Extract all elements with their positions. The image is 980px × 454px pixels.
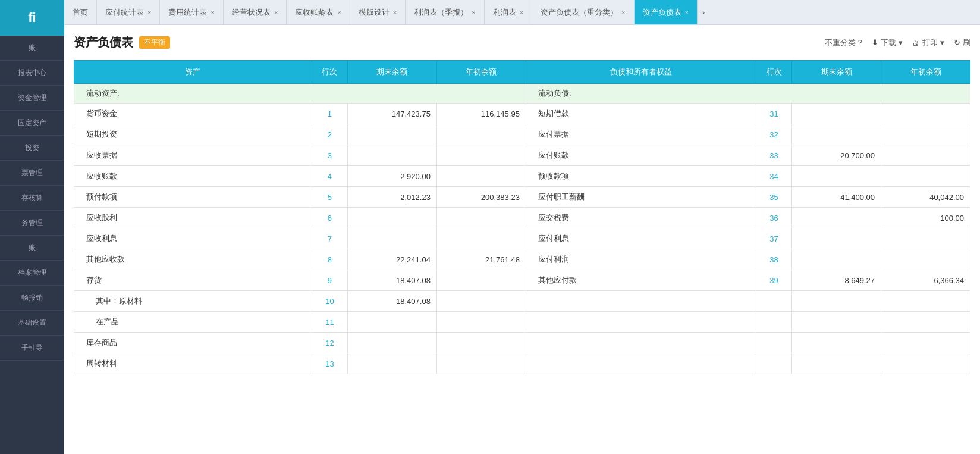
right-end-balance [792,166,881,187]
left-label: 预付款项 [74,187,312,208]
close-tab-template-design[interactable]: × [393,9,397,16]
right-end-balance [792,228,881,249]
left-row-num: 8 [312,249,347,270]
close-tab-receivable-aging[interactable]: × [337,9,341,16]
right-row-num [756,333,792,353]
right-start-balance [881,333,970,353]
left-row-num: 2 [312,124,347,145]
left-row-num: 5 [312,187,347,208]
right-label: 应付账款 [526,145,756,166]
tab-balance-reclassify[interactable]: 资产负债表（重分类） × [532,0,634,25]
sidebar-item-stock[interactable]: 存核算 [0,186,64,211]
left-label: 应收股利 [74,208,312,228]
right-start-balance [881,145,970,166]
sidebar-item-archive[interactable]: 档案管理 [0,261,64,286]
refresh-icon: ↻ [954,38,960,47]
tab-payable-stats[interactable]: 应付统计表 × [97,0,160,25]
sidebar-item-admin[interactable]: 务管理 [0,211,64,236]
right-label: 其他应付款 [526,270,756,291]
left-start-balance [436,228,526,249]
left-end-balance [347,333,436,353]
close-tab-profit-quarterly[interactable]: × [472,9,475,16]
page-title: 资产负债表 [74,35,133,51]
section-label-right: 流动负债: [526,84,970,104]
table-header-row: 资产 行次 期末余额 年初余额 负债和所有者权益 行次 期末余额 年初余额 [74,61,970,84]
table-row: 在产品 11 [74,312,970,333]
sidebar-item-guide[interactable]: 手引导 [0,336,64,361]
action-no-reclassify[interactable]: 不重分类 ? [825,37,862,48]
close-tab-balance[interactable]: × [685,9,689,16]
sidebar-item-settings[interactable]: 基础设置 [0,311,64,336]
col-end-balance-right: 期末余额 [792,61,881,84]
left-row-num: 13 [312,353,347,374]
table-row: 货币资金 1 147,423.75 116,145.95 短期借款 31 [74,104,970,124]
close-tab-balance-reclassify[interactable]: × [621,9,625,16]
close-tab-expense-stats[interactable]: × [211,9,214,16]
page-title-area: 资产负债表 不平衡 [74,35,170,51]
right-end-balance: 41,400.00 [792,187,881,208]
left-row-num: 10 [312,291,347,312]
right-label: 预收款项 [526,166,756,187]
right-end-balance [792,291,881,312]
sidebar-item-ticket[interactable]: 票管理 [0,161,64,186]
left-end-balance: 2,012.23 [347,187,436,208]
close-tab-payable-stats[interactable]: × [147,9,151,16]
tab-balance[interactable]: 资产负债表 × [635,0,698,25]
right-end-balance [792,104,881,124]
sidebar-item-fixed[interactable]: 固定资产 [0,111,64,136]
tab-operation-status[interactable]: 经营状况表 × [224,0,287,25]
action-refresh[interactable]: ↻ 刷 [954,37,970,48]
left-end-balance [347,208,436,228]
close-tab-profit[interactable]: × [520,9,523,16]
right-row-num: 35 [756,187,792,208]
tab-receivable-aging[interactable]: 应收账龄表 × [287,0,350,25]
left-start-balance [436,166,526,187]
tab-template-design[interactable]: 模版设计 × [350,0,406,25]
right-end-balance [792,353,881,374]
balance-table: 资产 行次 期末余额 年初余额 负债和所有者权益 行次 期末余额 年初余额 流动… [74,60,970,374]
chevron-down-icon: ▾ [899,38,903,47]
sidebar-item-expense[interactable]: 畅报销 [0,286,64,311]
sidebar-item-account[interactable]: 账 [0,36,64,61]
table-row: 库存商品 12 [74,333,970,353]
sidebar-item-ledger[interactable]: 账 [0,236,64,261]
page-actions: 不重分类 ? ⬇ 下载 ▾ 🖨 打印 ▾ ↻ 刷 [825,37,970,48]
help-icon[interactable]: ? [858,38,862,47]
right-label [526,353,756,374]
sidebar-item-report[interactable]: 报表中心 [0,61,64,86]
download-icon: ⬇ [872,38,878,47]
right-row-num: 33 [756,145,792,166]
table-row: 短期投资 2 应付票据 32 [74,124,970,145]
sidebar-item-fund[interactable]: 资金管理 [0,86,64,111]
print-icon: 🖨 [912,38,920,47]
left-label: 库存商品 [74,333,312,353]
col-liabilities: 负债和所有者权益 [526,61,756,84]
tab-scroll-right[interactable]: › [698,0,709,25]
content-area: 资产负债表 不平衡 不重分类 ? ⬇ 下载 ▾ 🖨 打印 ▾ [64,25,980,454]
tab-home[interactable]: 首页 [64,0,97,25]
left-start-balance: 21,761.48 [436,249,526,270]
action-print[interactable]: 🖨 打印 ▾ [912,37,944,48]
tab-profit-quarterly[interactable]: 利润表（季报） × [406,0,484,25]
left-start-balance [436,145,526,166]
sidebar-item-invest[interactable]: 投资 [0,136,64,161]
right-start-balance [881,228,970,249]
tab-profit[interactable]: 利润表 × [485,0,532,25]
left-label: 短期投资 [74,124,312,145]
left-label: 周转材料 [74,353,312,374]
left-row-num: 7 [312,228,347,249]
table-row: 应收股利 6 应交税费 36 100.00 [74,208,970,228]
left-end-balance [347,312,436,333]
tab-expense-stats[interactable]: 费用统计表 × [160,0,223,25]
close-tab-operation-status[interactable]: × [274,9,278,16]
left-start-balance: 116,145.95 [436,104,526,124]
action-download[interactable]: ⬇ 下载 ▾ [872,37,903,48]
left-start-balance [436,333,526,353]
tab-bar: 首页 应付统计表 × 费用统计表 × 经营状况表 × 应收账龄表 × 模版设计 … [64,0,980,25]
right-end-balance [792,333,881,353]
left-end-balance [347,353,436,374]
col-row-left: 行次 [312,61,347,84]
left-label: 货币资金 [74,104,312,124]
table-row: 存货 9 18,407.08 其他应付款 39 8,649.27 6,366.3… [74,270,970,291]
left-row-num: 6 [312,208,347,228]
